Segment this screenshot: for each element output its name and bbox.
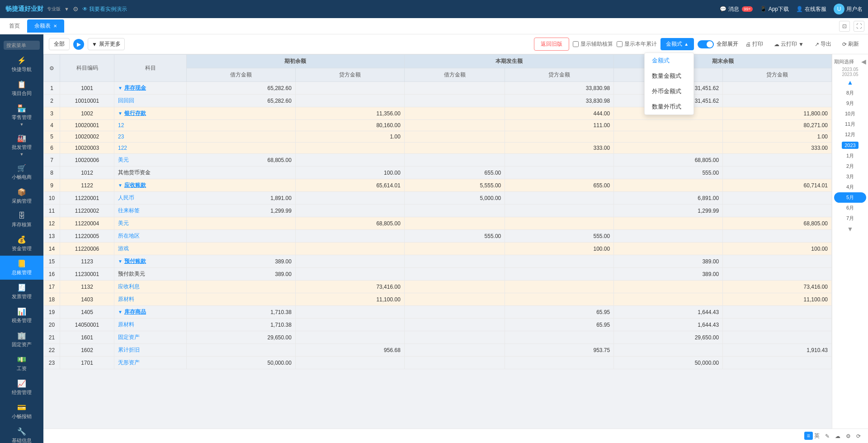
print-btn[interactable]: 🖨 打印 bbox=[742, 38, 767, 50]
collapse-panel-btn[interactable]: ▼ bbox=[847, 225, 854, 233]
cell-name: 应收利息 bbox=[114, 281, 187, 293]
nav-arrow-btn[interactable]: ▶ bbox=[73, 39, 84, 50]
print-icon: 🖨 bbox=[745, 41, 751, 48]
show-assist-checkbox[interactable] bbox=[573, 41, 579, 47]
th-settings[interactable]: ⚙ bbox=[44, 55, 60, 82]
show-yearly-check[interactable]: 显示本年累计 bbox=[617, 40, 657, 48]
sidebar-item-capital[interactable]: 💰 资金管理 bbox=[0, 232, 43, 256]
cell-cur-debit bbox=[404, 319, 505, 331]
jine-option-jine[interactable]: 金额式 bbox=[645, 53, 693, 68]
tab-balance[interactable]: 余额表 ✕ bbox=[27, 19, 64, 33]
settings-icon[interactable]: ⚙ bbox=[73, 5, 79, 13]
edit-icon[interactable]: ✎ bbox=[825, 433, 830, 439]
refresh-status-icon[interactable]: ⟳ bbox=[856, 433, 861, 439]
user-btn[interactable]: U 用户名 bbox=[834, 4, 863, 14]
cell-name: 无形资产 bbox=[114, 357, 187, 369]
table-row: 21 1601 固定资产 29,650.00 29,650.00 bbox=[44, 331, 832, 344]
ledger-icon: 📒 bbox=[17, 259, 26, 268]
back-old-btn[interactable]: 返回旧版 bbox=[534, 38, 569, 51]
sidebar-item-basic[interactable]: 🔧 基础信息 bbox=[0, 424, 43, 443]
period-7[interactable]: 7月 bbox=[834, 213, 866, 224]
online-service-btn[interactable]: 👤 在线客服 bbox=[796, 5, 826, 13]
period-2[interactable]: 2月 bbox=[834, 161, 866, 171]
period-6[interactable]: 6月 bbox=[834, 203, 866, 213]
sidebar-item-project[interactable]: 📋 项目合同 bbox=[0, 76, 43, 100]
search-input[interactable] bbox=[4, 41, 40, 50]
cell-name: 美元 bbox=[114, 217, 187, 230]
jine-option-shuliang-waib[interactable]: 数量外币式 bbox=[645, 99, 693, 114]
cell-name[interactable]: ▼应收账款 bbox=[114, 179, 187, 192]
demo-link[interactable]: 👁 我要看实例演示 bbox=[82, 5, 127, 13]
sidebar-item-tax[interactable]: 📊 税务管理 bbox=[0, 304, 43, 328]
expand-btn[interactable]: ▼ 展开更多 bbox=[88, 38, 125, 50]
payroll-icon: 💵 bbox=[17, 355, 26, 364]
cell-cur-debit bbox=[404, 82, 505, 95]
settings-status-icon[interactable]: ⚙ bbox=[846, 433, 851, 439]
cell-op-credit bbox=[295, 95, 404, 107]
all-label: 全部 bbox=[54, 40, 65, 48]
period-8[interactable]: 8月 bbox=[834, 88, 866, 98]
tab-home[interactable]: 首页 bbox=[4, 19, 25, 33]
period-11[interactable]: 11月 bbox=[834, 119, 866, 129]
sidebar-item-retail[interactable]: 🏪 零售管理 ▼ bbox=[0, 100, 43, 130]
sidebar-item-ledger[interactable]: 📒 总账管理 bbox=[0, 256, 43, 280]
cell-cl-debit bbox=[614, 143, 723, 154]
sidebar-item-wholesale[interactable]: 🏭 批发管理 ▼ bbox=[0, 130, 43, 160]
expand-panel-icon[interactable]: ▲ bbox=[847, 79, 854, 86]
cell-cur-debit bbox=[404, 120, 505, 131]
period-5[interactable]: 5月 bbox=[834, 192, 866, 203]
sidebar-item-invoice[interactable]: 🧾 发票管理 bbox=[0, 280, 43, 304]
cell-row-num: 21 bbox=[44, 331, 60, 344]
tab-expand-btn[interactable]: ⊡ bbox=[839, 21, 850, 32]
expand-all-switch[interactable] bbox=[698, 40, 714, 48]
sidebar-item-quick-nav[interactable]: ⚡ 快捷导航 bbox=[0, 52, 43, 76]
cloud-print-btn[interactable]: ☁ 云打印 ▼ bbox=[770, 38, 807, 50]
sidebar-item-ecommerce[interactable]: 🛒 小畅电商 bbox=[0, 160, 43, 184]
tab-close-btn[interactable]: ✕ bbox=[53, 24, 57, 29]
cell-cl-credit bbox=[723, 154, 832, 167]
jine-option-waib[interactable]: 外币金额式 bbox=[645, 84, 693, 99]
company-selector[interactable]: ▼ bbox=[64, 6, 69, 12]
expand-all-toggle[interactable]: 全部展开 bbox=[698, 40, 738, 48]
lang-switch[interactable]: ≡ 英 bbox=[804, 432, 820, 440]
sidebar-item-operations[interactable]: 📈 经营管理 bbox=[0, 376, 43, 400]
period-12[interactable]: 12月 bbox=[834, 129, 866, 140]
panel-collapse-btn[interactable]: ◀ bbox=[861, 58, 866, 65]
balance-table: ⚙ 科目编码 科目 期初余额 本期发生额 期末余额 借方金额 贷方金额 借方金额 bbox=[43, 54, 832, 369]
sidebar-item-inventory[interactable]: 🗄 库存核算 bbox=[0, 208, 43, 232]
cell-name[interactable]: ▼预付账款 bbox=[114, 255, 187, 268]
period-3[interactable]: 3月 bbox=[834, 171, 866, 182]
table-row: 20 14050001 原材料 1,710.38 65.95 1,644.43 bbox=[44, 319, 832, 331]
period-10[interactable]: 10月 bbox=[834, 109, 866, 119]
sidebar-item-asset[interactable]: 🏢 固定资产 bbox=[0, 328, 43, 352]
jine-option-shuliang[interactable]: 数量金额式 bbox=[645, 68, 693, 84]
period-9[interactable]: 9月 bbox=[834, 98, 866, 109]
message-btn[interactable]: 💬 消息 99+ bbox=[720, 5, 752, 13]
lang-label: ≡ bbox=[804, 432, 813, 440]
sidebar-item-sales[interactable]: 💳 小畅报销 bbox=[0, 400, 43, 424]
sidebar-item-payroll[interactable]: 💵 工资 bbox=[0, 352, 43, 376]
cell-code: 1012 bbox=[60, 167, 114, 179]
export-btn[interactable]: ↗ 导出 bbox=[811, 38, 835, 50]
cell-row-num: 5 bbox=[44, 131, 60, 143]
period-4[interactable]: 4月 bbox=[834, 182, 866, 192]
tab-fullscreen-btn[interactable]: ⛶ bbox=[854, 21, 864, 32]
sidebar-item-purchase[interactable]: 📦 采购管理 bbox=[0, 184, 43, 208]
cloud-status-icon[interactable]: ☁ bbox=[835, 433, 840, 439]
cell-name: 往来标签 bbox=[114, 205, 187, 217]
show-assist-check[interactable]: 显示辅助核算 bbox=[573, 40, 613, 48]
retail-icon: 🏪 bbox=[17, 104, 26, 113]
cell-cl-debit bbox=[614, 243, 723, 255]
refresh-btn[interactable]: ⟳ 刷新 bbox=[839, 38, 863, 50]
all-btn[interactable]: 全部 bbox=[49, 38, 70, 50]
cell-name[interactable]: ▼库存现金 bbox=[114, 82, 187, 95]
sidebar-retail-label: 零售管理 bbox=[12, 114, 32, 121]
period-1[interactable]: 1月 bbox=[834, 151, 866, 161]
cell-op-credit: 73,416.00 bbox=[295, 281, 404, 293]
cell-name[interactable]: ▼库存商品 bbox=[114, 306, 187, 319]
cell-name[interactable]: ▼银行存款 bbox=[114, 107, 187, 120]
jine-btn[interactable]: 金额式 ▲ bbox=[660, 38, 694, 50]
show-yearly-checkbox[interactable] bbox=[617, 41, 623, 47]
app-download-btn[interactable]: 📱 App下载 bbox=[760, 5, 789, 13]
cell-code: 11230001 bbox=[60, 268, 114, 281]
